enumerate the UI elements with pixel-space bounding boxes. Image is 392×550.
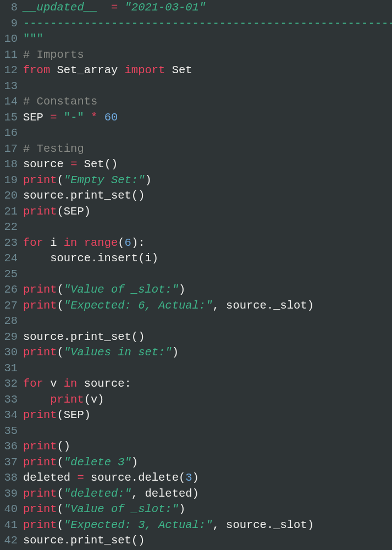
token	[84, 111, 91, 124]
code-line[interactable]: 8__updated__ = "2021-03-01"	[0, 0, 392, 16]
line-content[interactable]: print()	[23, 439, 70, 455]
code-line[interactable]: 22	[0, 219, 392, 235]
code-line[interactable]: 32for v in source:	[0, 376, 392, 392]
code-line[interactable]: 38deleted = source.delete(3)	[0, 470, 392, 486]
code-line[interactable]: 16	[0, 125, 392, 141]
code-line[interactable]: 21print(SEP)	[0, 204, 392, 220]
code-line[interactable]: 41print("Expected: 3, Actual:", source._…	[0, 518, 392, 534]
code-line[interactable]: 30print("Values in set:")	[0, 345, 392, 361]
code-line[interactable]: 14# Constants	[0, 94, 392, 110]
token: "delete 3"	[64, 456, 131, 469]
line-content[interactable]: SEP = "-" * 60	[23, 110, 118, 126]
line-content[interactable]: print("deleted:", deleted)	[23, 486, 199, 502]
token: , source._slot)	[212, 299, 314, 312]
line-number: 28	[0, 314, 23, 329]
line-content[interactable]: # Imports	[23, 47, 84, 63]
token: range	[84, 237, 118, 249]
code-line[interactable]: 24 source.insert(i)	[0, 251, 392, 267]
line-number: 13	[0, 79, 23, 95]
token: )	[172, 346, 179, 359]
code-line[interactable]: 28	[0, 314, 392, 329]
line-content[interactable]: print("Expected: 3, Actual:", source._sl…	[23, 518, 314, 534]
line-content[interactable]: source.print_set()	[23, 188, 145, 204]
code-line[interactable]: 13	[0, 79, 392, 95]
code-line[interactable]: 25	[0, 267, 392, 283]
token: , deleted)	[131, 487, 199, 500]
line-number: 15	[0, 110, 23, 126]
code-line[interactable]: 33 print(v)	[0, 392, 392, 408]
code-line[interactable]: 40print("Value of _slot:")	[0, 502, 392, 518]
line-number: 16	[0, 125, 23, 141]
line-content[interactable]: # Constants	[23, 94, 97, 110]
code-line[interactable]: 29source.print_set()	[0, 329, 392, 345]
line-content[interactable]: print("Value of _slot:")	[23, 282, 185, 298]
line-number: 21	[0, 204, 23, 220]
line-content[interactable]: # Testing	[23, 141, 84, 157]
code-line[interactable]: 34print(SEP)	[0, 408, 392, 424]
code-line[interactable]: 12from Set_array import Set	[0, 63, 392, 79]
line-number: 41	[0, 518, 23, 534]
line-number: 42	[0, 533, 23, 549]
token: source:	[77, 377, 131, 390]
token: source.print_set()	[23, 331, 145, 343]
token: in	[64, 377, 78, 390]
code-line[interactable]: 19print("Empty Set:")	[0, 173, 392, 189]
token: "Values in set:"	[64, 346, 172, 359]
line-content[interactable]: source.print_set()	[23, 533, 145, 549]
token: "deleted:"	[64, 487, 131, 500]
token: SEP	[23, 111, 50, 124]
line-content[interactable]: for i in range(6):	[23, 235, 145, 251]
line-content[interactable]: __updated__ = "2021-03-01"	[23, 0, 206, 16]
code-line[interactable]: 42source.print_set()	[0, 533, 392, 549]
line-content[interactable]: print(SEP)	[23, 408, 91, 424]
line-number: 33	[0, 392, 23, 408]
line-content[interactable]: source.print_set()	[23, 329, 145, 345]
line-content[interactable]: for v in source:	[23, 376, 131, 392]
code-line[interactable]: 36print()	[0, 439, 392, 455]
token	[97, 111, 104, 124]
line-content[interactable]: source = Set()	[23, 157, 118, 173]
token: =	[111, 1, 118, 14]
token: in	[64, 237, 78, 249]
token: from	[23, 64, 50, 76]
code-line[interactable]: 37print("delete 3")	[0, 455, 392, 471]
code-line[interactable]: 10"""	[0, 31, 392, 47]
line-content[interactable]: print("Expected: 6, Actual:", source._sl…	[23, 298, 314, 314]
line-content[interactable]: from Set_array import Set	[23, 63, 192, 79]
code-line[interactable]: 9---------------------------------------…	[0, 16, 392, 32]
code-line[interactable]: 17# Testing	[0, 141, 392, 157]
line-content[interactable]: print("delete 3")	[23, 455, 138, 471]
code-line[interactable]: 23for i in range(6):	[0, 235, 392, 251]
token: ):	[131, 237, 145, 249]
line-content[interactable]: deleted = source.delete(3)	[23, 470, 199, 486]
token: ----------------------------------------…	[23, 17, 392, 30]
line-content[interactable]: print(SEP)	[23, 204, 91, 220]
code-line[interactable]: 26print("Value of _slot:")	[0, 282, 392, 298]
token: Set_array	[50, 64, 124, 76]
line-number: 11	[0, 47, 23, 63]
code-line[interactable]: 39print("deleted:", deleted)	[0, 486, 392, 502]
code-editor[interactable]: 8__updated__ = "2021-03-01"9------------…	[0, 0, 392, 549]
token: deleted	[23, 471, 77, 484]
line-content[interactable]: print("Value of _slot:")	[23, 502, 185, 518]
line-content[interactable]: """	[23, 31, 43, 47]
line-content[interactable]: ----------------------------------------…	[23, 16, 392, 32]
code-line[interactable]: 18source = Set()	[0, 157, 392, 173]
code-line[interactable]: 35	[0, 424, 392, 439]
code-line[interactable]: 27print("Expected: 6, Actual:", source._…	[0, 298, 392, 314]
line-content[interactable]: print("Values in set:")	[23, 345, 179, 361]
code-line[interactable]: 20source.print_set()	[0, 188, 392, 204]
token: )	[145, 174, 151, 186]
line-number: 30	[0, 345, 23, 361]
token: """	[23, 32, 43, 45]
code-line[interactable]: 15SEP = "-" * 60	[0, 110, 392, 126]
code-line[interactable]: 31	[0, 361, 392, 377]
line-content[interactable]: source.insert(i)	[23, 251, 158, 267]
line-content[interactable]: print(v)	[23, 392, 104, 408]
line-number: 35	[0, 424, 23, 439]
line-content[interactable]: print("Empty Set:")	[23, 173, 152, 189]
code-line[interactable]: 11# Imports	[0, 47, 392, 63]
token: print	[23, 174, 57, 186]
token: print	[23, 519, 57, 531]
token: Set	[165, 64, 192, 76]
